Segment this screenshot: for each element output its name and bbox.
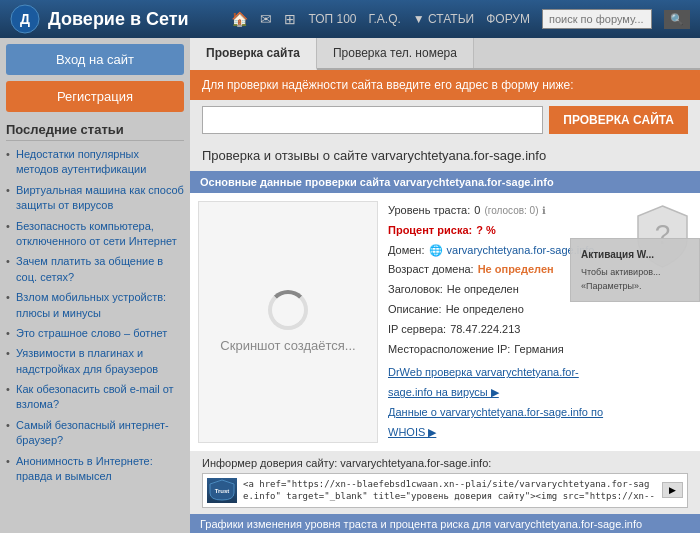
check-form: ПРОВЕРКА САЙТА bbox=[190, 100, 700, 140]
check-banner: Для проверки надёжности сайта введите ег… bbox=[190, 70, 700, 100]
age-value: Не определен bbox=[478, 260, 554, 280]
description-value: Не определено bbox=[446, 300, 524, 320]
trust-level-row: Уровень траста: 0 (голосов: 0) ℹ bbox=[388, 201, 622, 221]
copy-code-button[interactable]: ▶ bbox=[662, 482, 683, 498]
age-label: Возраст домена: bbox=[388, 260, 474, 280]
tabs: Проверка сайта Проверка тел. номера bbox=[190, 38, 700, 70]
location-row: Месторасположение IP: Германия bbox=[388, 340, 622, 360]
articles-list: Недостатки популярных методов аутентифик… bbox=[6, 147, 184, 484]
search-input[interactable] bbox=[542, 9, 652, 29]
site-title: Доверие в Сети bbox=[48, 9, 189, 30]
home-icon[interactable]: 🏠 bbox=[231, 11, 248, 27]
graph-section: Графики изменения уровня траста и процен… bbox=[190, 514, 700, 533]
sidebar-article-item[interactable]: Безопасность компьютера, отключенного от… bbox=[6, 219, 184, 250]
grid-icon[interactable]: ⊞ bbox=[284, 11, 296, 27]
faq-link[interactable]: Г.А.Q. bbox=[368, 12, 400, 26]
header-value: Не определен bbox=[447, 280, 519, 300]
header-label: Заголовок: bbox=[388, 280, 443, 300]
result-title: Проверка и отзывы о сайте varvarychtetya… bbox=[190, 140, 700, 171]
domain-icon: 🌐 bbox=[429, 241, 443, 261]
activation-overlay: Активация W... Чтобы активиров...«Параме… bbox=[570, 238, 700, 302]
ip-row: IP сервера: 78.47.224.213 bbox=[388, 320, 622, 340]
screenshot-text: Скриншот создаётся... bbox=[220, 338, 355, 353]
whois-link[interactable]: Данные о varvarychtetyana.for-sage.info … bbox=[388, 406, 603, 438]
register-button[interactable]: Регистрация bbox=[6, 81, 184, 112]
informer-code[interactable]: <a href="https://xn--blaefebsd1cwaan.xn-… bbox=[243, 478, 656, 503]
activation-text: Чтобы активиров...«Параметры». bbox=[581, 266, 689, 293]
sidebar-article-item[interactable]: Недостатки популярных методов аутентифик… bbox=[6, 147, 184, 178]
domain-label: Домен: bbox=[388, 241, 425, 261]
logo-area: Д Доверие в Сети bbox=[10, 4, 231, 34]
trust-votes: (голосов: 0) bbox=[484, 202, 538, 220]
nav-area: 🏠 ✉ ⊞ ТОП 100 Г.А.Q. ▼ СТАТЬИ ФОРУМ 🔍 bbox=[231, 9, 690, 29]
location-value: Германия bbox=[514, 340, 563, 360]
sidebar-article-item[interactable]: Как обезопасить свой e-mail от взлома? bbox=[6, 382, 184, 413]
trust-level-label: Уровень траста: bbox=[388, 201, 470, 221]
sidebar-article-item[interactable]: Уязвимости в плагинах и надстройках для … bbox=[6, 346, 184, 377]
mail-icon[interactable]: ✉ bbox=[260, 11, 272, 27]
informer-logo: Trust bbox=[207, 478, 237, 503]
sidebar-article-item[interactable]: Самый безопасный интернет-браузер? bbox=[6, 418, 184, 449]
main-wrapper: Проверка сайта Проверка тел. номера Для … bbox=[190, 38, 700, 533]
sidebar-article-item[interactable]: Это страшное слово – ботнет bbox=[6, 326, 184, 341]
tab-check-phone[interactable]: Проверка тел. номера bbox=[317, 38, 474, 68]
percent-value: ? % bbox=[476, 221, 496, 241]
sidebar-article-item[interactable]: Взлом мобильных устройств: плюсы и минус… bbox=[6, 290, 184, 321]
percent-label: Процент риска: bbox=[388, 221, 472, 241]
svg-text:Д: Д bbox=[20, 11, 30, 27]
logo-icon: Д bbox=[10, 4, 40, 34]
description-row: Описание: Не определено bbox=[388, 300, 622, 320]
informer-section: Информер доверия сайту: varvarychtetyana… bbox=[190, 451, 700, 514]
sidebar: Вход на сайт Регистрация Последние стать… bbox=[0, 38, 190, 533]
top100-link[interactable]: ТОП 100 bbox=[308, 12, 356, 26]
informer-shield-icon: Trust bbox=[208, 479, 236, 501]
header: Д Доверие в Сети 🏠 ✉ ⊞ ТОП 100 Г.А.Q. ▼ … bbox=[0, 0, 700, 38]
result-body: Скриншот создаётся... Уровень траста: 0 … bbox=[190, 193, 700, 451]
location-label: Месторасположение IP: bbox=[388, 340, 510, 360]
drweb-link[interactable]: DrWeb проверка varvarychtetyana.for-sage… bbox=[388, 366, 579, 398]
forum-link[interactable]: ФОРУМ bbox=[486, 12, 530, 26]
sidebar-article-item[interactable]: Виртуальная машина как способ защиты от … bbox=[6, 183, 184, 214]
activation-title: Активация W... bbox=[581, 247, 689, 262]
sidebar-article-item[interactable]: Анонимность в Интернете: правда и вымысе… bbox=[6, 454, 184, 485]
informer-box: Trust <a href="https://xn--blaefebsd1cwa… bbox=[202, 473, 688, 508]
search-button[interactable]: 🔍 bbox=[664, 10, 690, 29]
trust-level-value: 0 bbox=[474, 201, 480, 221]
description-label: Описание: bbox=[388, 300, 442, 320]
last-articles-title: Последние статьи bbox=[6, 122, 184, 141]
url-input[interactable] bbox=[202, 106, 543, 134]
tab-check-site[interactable]: Проверка сайта bbox=[190, 38, 317, 70]
trust-info-icon[interactable]: ℹ bbox=[542, 202, 546, 220]
svg-text:Trust: Trust bbox=[215, 488, 230, 494]
layout: Вход на сайт Регистрация Последние стать… bbox=[0, 38, 700, 533]
check-site-button[interactable]: ПРОВЕРКА САЙТА bbox=[549, 106, 688, 134]
login-button[interactable]: Вход на сайт bbox=[6, 44, 184, 75]
loading-spinner bbox=[268, 290, 308, 330]
result-header: Основные данные проверки сайта varvarych… bbox=[190, 171, 700, 193]
ip-value: 78.47.224.213 bbox=[450, 320, 520, 340]
articles-link[interactable]: ▼ СТАТЬИ bbox=[413, 12, 474, 26]
sidebar-article-item[interactable]: Зачем платить за общение в соц. сетях? bbox=[6, 254, 184, 285]
ip-label: IP сервера: bbox=[388, 320, 446, 340]
informer-title: Информер доверия сайту: varvarychtetyana… bbox=[202, 457, 688, 469]
screenshot-area: Скриншот создаётся... bbox=[198, 201, 378, 443]
